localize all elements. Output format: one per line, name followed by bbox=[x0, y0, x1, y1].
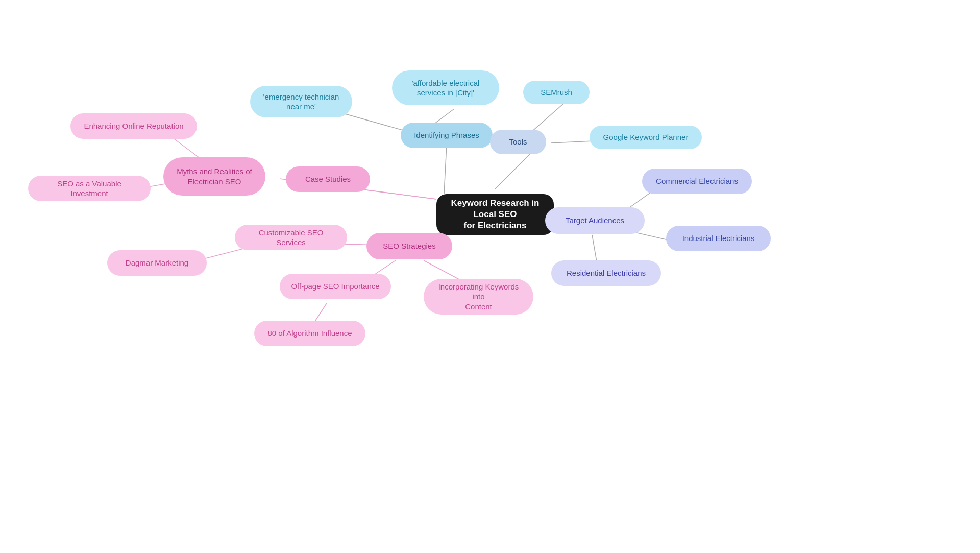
center-node: Keyword Research in Local SEO for Electr… bbox=[436, 194, 554, 235]
myths-realities-label: Myths and Realities of Electrician SEO bbox=[177, 166, 252, 186]
center-label: Keyword Research in Local SEO for Electr… bbox=[447, 198, 544, 231]
seo-valuable-investment-node: SEO as a Valuable Investment bbox=[28, 176, 151, 201]
case-studies-label: Case Studies bbox=[305, 174, 351, 184]
target-audiences-node: Target Audiences bbox=[545, 207, 645, 234]
algorithm-influence-node: 80 of Algorithm Influence bbox=[254, 321, 365, 346]
commercial-electricians-node: Commercial Electricians bbox=[642, 169, 752, 194]
customizable-seo-node: Customizable SEO Services bbox=[235, 225, 347, 250]
offpage-seo-node: Off-page SEO Importance bbox=[280, 274, 391, 299]
dagmar-marketing-label: Dagmar Marketing bbox=[126, 258, 188, 268]
affordable-electrical-node: 'affordable electrical services in [City… bbox=[392, 70, 499, 105]
offpage-seo-label: Off-page SEO Importance bbox=[291, 281, 379, 292]
seo-strategies-node: SEO Strategies bbox=[366, 233, 452, 259]
incorporating-keywords-label: Incorporating Keywords into Content bbox=[434, 282, 523, 312]
identifying-phrases-node: Identifying Phrases bbox=[401, 123, 493, 148]
residential-electricians-node: Residential Electricians bbox=[551, 260, 661, 286]
case-studies-node: Case Studies bbox=[286, 166, 370, 192]
google-keyword-planner-node: Google Keyword Planner bbox=[590, 126, 702, 149]
myths-realities-node: Myths and Realities of Electrician SEO bbox=[163, 157, 265, 196]
industrial-electricians-node: Industrial Electricians bbox=[666, 226, 771, 251]
seo-valuable-investment-label: SEO as a Valuable Investment bbox=[38, 179, 140, 199]
tools-node: Tools bbox=[490, 130, 546, 154]
customizable-seo-label: Customizable SEO Services bbox=[245, 228, 337, 248]
identifying-phrases-label: Identifying Phrases bbox=[414, 130, 479, 140]
industrial-electricians-label: Industrial Electricians bbox=[682, 233, 755, 244]
svg-line-3 bbox=[495, 149, 535, 189]
semrush-label: SEMrush bbox=[541, 87, 572, 98]
tools-label: Tools bbox=[509, 137, 527, 147]
emergency-technician-node: 'emergency technician near me' bbox=[250, 86, 352, 117]
commercial-electricians-label: Commercial Electricians bbox=[656, 176, 738, 186]
affordable-electrical-label: 'affordable electrical services in [City… bbox=[402, 78, 489, 98]
semrush-node: SEMrush bbox=[523, 81, 590, 104]
algorithm-influence-label: 80 of Algorithm Influence bbox=[267, 328, 352, 339]
target-audiences-label: Target Audiences bbox=[566, 215, 624, 226]
enhancing-reputation-node: Enhancing Online Reputation bbox=[70, 113, 197, 139]
incorporating-keywords-node: Incorporating Keywords into Content bbox=[424, 279, 533, 315]
mindmap-container: Keyword Research in Local SEO for Electr… bbox=[0, 0, 980, 553]
dagmar-marketing-node: Dagmar Marketing bbox=[107, 250, 207, 276]
svg-line-0 bbox=[444, 145, 447, 194]
seo-strategies-label: SEO Strategies bbox=[383, 241, 435, 251]
residential-electricians-label: Residential Electricians bbox=[567, 268, 646, 278]
enhancing-reputation-label: Enhancing Online Reputation bbox=[84, 121, 183, 131]
google-keyword-planner-label: Google Keyword Planner bbox=[603, 132, 689, 142]
emergency-technician-label: 'emergency technician near me' bbox=[260, 92, 342, 112]
